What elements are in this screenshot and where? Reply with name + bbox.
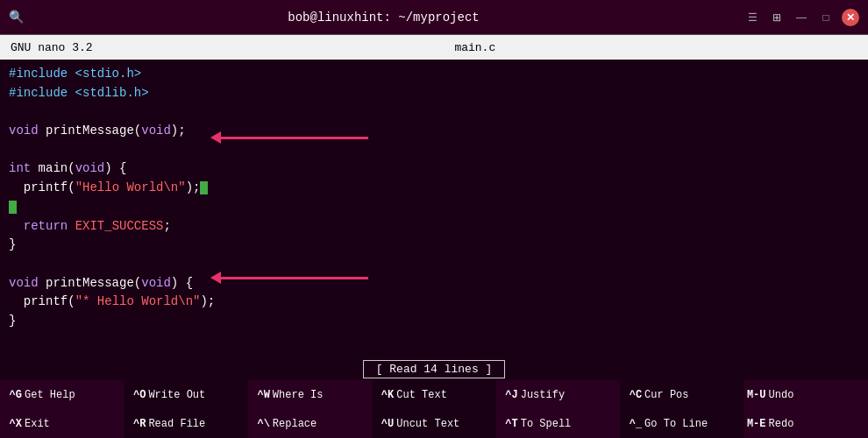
minimize-button[interactable]: — bbox=[793, 9, 810, 26]
shortcut-item[interactable]: ^U Uncut Text bbox=[372, 409, 495, 438]
shortcut-label: Get Help bbox=[25, 389, 75, 401]
code-line-11 bbox=[9, 255, 859, 274]
shortcut-label: Justify bbox=[521, 389, 565, 401]
shortcut-label: Replace bbox=[273, 418, 317, 430]
shortcut-label: Read File bbox=[148, 418, 205, 430]
window-title: bob@linuxhint: ~/myproject bbox=[24, 11, 743, 25]
shortcut-item[interactable]: ^T To Spell bbox=[496, 409, 620, 438]
shortcut-label: Write Out bbox=[148, 389, 205, 401]
nano-version: GNU nano 3.2 bbox=[11, 41, 93, 54]
shortcut-label: Cur Pos bbox=[644, 389, 688, 401]
code-line-1: #include <stdio.h> bbox=[9, 65, 859, 84]
shortcut-label: Exit bbox=[25, 418, 50, 430]
shortcut-key: M-U bbox=[746, 389, 769, 401]
shortcut-key: ^R bbox=[125, 418, 148, 430]
title-bar: 🔍 bob@linuxhint: ~/myproject ☰ ⊞ — □ ✕ bbox=[0, 0, 868, 35]
shortcut-item[interactable]: ^J Justify bbox=[496, 380, 620, 409]
shortcut-label: Cut Text bbox=[396, 389, 447, 401]
shortcut-key: ^W bbox=[250, 389, 273, 401]
shortcut-row-2: ^X Exit^R Read File^\ Replace^U Uncut Te… bbox=[0, 409, 868, 438]
code-line-14: } bbox=[9, 312, 859, 331]
shortcut-key: ^X bbox=[2, 418, 25, 430]
window-controls: ☰ ⊞ — □ ✕ bbox=[743, 9, 859, 26]
shortcut-item[interactable]: M-U Undo bbox=[744, 380, 868, 409]
shortcut-key: ^J bbox=[498, 389, 521, 401]
code-line-8 bbox=[9, 198, 859, 217]
search-icon: 🔍 bbox=[9, 10, 24, 25]
code-line-5 bbox=[9, 141, 859, 160]
shortcut-key: ^O bbox=[125, 389, 148, 401]
shortcut-label: Undo bbox=[769, 389, 794, 401]
code-line-9: return EXIT_SUCCESS; bbox=[9, 217, 859, 237]
shortcut-key: ^_ bbox=[622, 418, 644, 430]
code-line-10: } bbox=[9, 236, 859, 255]
nano-header: GNU nano 3.2 main.c bbox=[0, 35, 868, 60]
arrow-1 bbox=[210, 131, 368, 144]
code-line-7: printf("Hello World\n"); bbox=[9, 179, 859, 198]
code-line-13: printf("* Hello World\n"); bbox=[9, 293, 859, 312]
menu-button[interactable]: ☰ bbox=[743, 9, 761, 26]
shortcut-item[interactable]: ^X Exit bbox=[0, 409, 124, 438]
close-button[interactable]: ✕ bbox=[842, 9, 859, 26]
shortcut-key: ^G bbox=[2, 389, 25, 401]
shortcut-key: ^C bbox=[622, 389, 644, 401]
code-line-3 bbox=[9, 102, 859, 122]
nano-filename: main.c bbox=[454, 41, 495, 54]
status-message: [ Read 14 lines ] bbox=[363, 360, 506, 378]
shortcut-label: To Spell bbox=[521, 418, 572, 430]
shortcut-item[interactable]: ^O Write Out bbox=[124, 380, 247, 409]
shortcut-key: M-E bbox=[746, 418, 769, 430]
code-line-6: int main(void) { bbox=[9, 159, 859, 179]
shortcut-item[interactable]: ^_ Go To Line bbox=[620, 409, 743, 438]
shortcut-item[interactable]: ^W Where Is bbox=[248, 380, 372, 409]
shortcut-key: ^U bbox=[374, 418, 396, 430]
arrow-2 bbox=[210, 272, 368, 284]
shortcut-item[interactable]: ^\ Replace bbox=[248, 409, 372, 438]
shortcut-label: Redo bbox=[769, 418, 794, 430]
code-line-4: void printMessage(void); bbox=[9, 122, 859, 141]
code-line-12: void printMessage(void) { bbox=[9, 274, 859, 293]
shortcut-label: Go To Line bbox=[644, 418, 708, 430]
code-line-2: #include <stdlib.h> bbox=[9, 84, 859, 103]
shortcut-label: Uncut Text bbox=[396, 418, 459, 430]
shortcut-item[interactable]: ^K Cut Text bbox=[372, 380, 495, 409]
window-icon-button[interactable]: ⊞ bbox=[768, 9, 786, 26]
shortcut-item[interactable]: ^C Cur Pos bbox=[620, 380, 743, 409]
status-bar: [ Read 14 lines ] bbox=[0, 357, 868, 380]
shortcut-label: Where Is bbox=[273, 389, 324, 401]
shortcuts-panel: ^G Get Help^O Write Out^W Where Is^K Cut… bbox=[0, 380, 868, 438]
shortcut-key: ^K bbox=[374, 389, 396, 401]
editor-area[interactable]: #include <stdio.h> #include <stdlib.h> v… bbox=[0, 60, 868, 357]
shortcut-item[interactable]: ^G Get Help bbox=[0, 380, 124, 409]
maximize-button[interactable]: □ bbox=[817, 9, 835, 26]
shortcut-key: ^T bbox=[498, 418, 521, 430]
shortcut-key: ^\ bbox=[250, 418, 273, 430]
title-search-area: 🔍 bbox=[9, 10, 24, 25]
shortcut-item[interactable]: ^R Read File bbox=[124, 409, 247, 438]
shortcut-row-1: ^G Get Help^O Write Out^W Where Is^K Cut… bbox=[0, 380, 868, 409]
shortcut-item[interactable]: M-E Redo bbox=[744, 409, 868, 438]
